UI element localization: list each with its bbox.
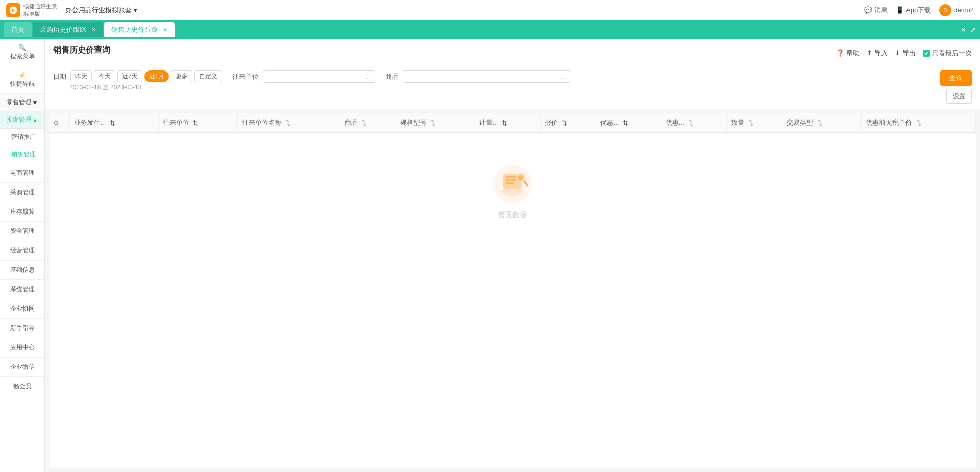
export-action[interactable]: ⬇ 导出	[895, 49, 916, 58]
sidebar-item-marketing[interactable]: 营销推广	[0, 129, 44, 146]
sales-tab-label: 销售历史价跟踪	[111, 25, 158, 34]
sidebar-item-inventory[interactable]: 库存核算	[0, 202, 44, 222]
user-avatar: D	[939, 4, 951, 16]
partner-input[interactable]	[267, 73, 364, 80]
inventory-label: 库存核算	[2, 207, 42, 216]
product-input[interactable]	[407, 73, 560, 80]
sidebar-item-wechat[interactable]: 企业微信	[0, 358, 44, 377]
product-dots[interactable]: ...	[560, 73, 567, 81]
sidebar-quicknav-label: 快捷导航	[2, 80, 42, 88]
settings-button[interactable]: 设置	[946, 89, 972, 104]
basic-label: 基础信息	[2, 266, 42, 274]
tab-bar-right: ✕ ⤢	[961, 26, 976, 34]
close-window-icon[interactable]: ✕	[961, 26, 966, 34]
app-download-nav[interactable]: 📱 App下载	[896, 6, 931, 15]
sidebar-item-search[interactable]: 🔍 搜索菜单	[0, 39, 44, 66]
company-selector[interactable]: 办公用品行业模拟账套 ▾	[61, 6, 141, 15]
table-col-product: 商品 ⇅	[340, 113, 396, 133]
sidebar-item-ecommerce[interactable]: 电商管理	[0, 163, 44, 183]
sidebar-item-system[interactable]: 系统管理	[0, 280, 44, 299]
partner-input-wrapper: ...	[263, 70, 375, 83]
query-actions: 查询 设置	[940, 70, 972, 104]
sidebar-item-business[interactable]: 经营管理	[0, 241, 44, 261]
date-btn-more[interactable]: 更多	[171, 70, 192, 82]
logo-area: 畅捷通好生意 标准版	[6, 3, 57, 17]
sidebar-item-retail[interactable]: 零售管理 ▼	[0, 94, 44, 111]
purchase-label: 采购管理	[2, 188, 42, 197]
date-filter-group: 日期 昨天 今天 近7天 近1月 更多 自定义 2023-02-18 至 202…	[53, 70, 222, 92]
empty-text: 暂无数据	[498, 210, 527, 220]
download-icon: 📱	[896, 6, 904, 14]
product-label: 商品	[385, 72, 399, 81]
help-action[interactable]: ❓ 帮助	[836, 49, 860, 58]
sales-mgmt-label: 销售管理	[4, 150, 42, 159]
sidebar-search-label: 搜索菜单	[2, 52, 42, 61]
wholesale-chevron: ▲	[32, 116, 38, 124]
partner-filter-group: 往来单位 ...	[232, 70, 375, 83]
table-col-pretax-price: 优惠前无税单价 ⇅	[861, 113, 975, 133]
sort-icon-pretax-price[interactable]: ⇅	[916, 119, 922, 127]
checkbox-checked-icon	[923, 50, 930, 57]
import-action[interactable]: ⬆ 导入	[867, 49, 888, 58]
ecommerce-label: 电商管理	[2, 169, 42, 177]
business-label: 经营管理	[2, 246, 42, 255]
date-btn-today[interactable]: 今天	[94, 70, 115, 82]
sort-icon-partner[interactable]: ⇅	[193, 119, 199, 127]
tab-purchase[interactable]: 采购历史价跟踪 ✕	[33, 22, 103, 37]
maximize-icon[interactable]: ⤢	[970, 26, 976, 34]
top-bar-left: 畅捷通好生意 标准版 办公用品行业模拟账套 ▾	[6, 3, 141, 17]
table-body: 暂无数据	[49, 133, 976, 251]
table-header: ⚙ 业务发生... ⇅ 往来单位 ⇅ 往来单位名称 ⇅	[49, 113, 976, 133]
sidebar-item-wholesale[interactable]: 批发管理 ▲	[0, 111, 44, 129]
sort-icon-spec[interactable]: ⇅	[430, 119, 436, 127]
page-title: 销售历史价查询	[53, 45, 110, 56]
date-btn-yesterday[interactable]: 昨天	[70, 70, 92, 82]
header-actions: ❓ 帮助 ⬆ 导入 ⬇ 导出 只看最后一次	[836, 49, 972, 58]
sidebar-item-quicknav[interactable]: ⚡ 快捷导航	[0, 66, 44, 94]
apps-label: 应用中心	[2, 343, 42, 352]
tab-home[interactable]: 首页	[4, 22, 32, 37]
query-button[interactable]: 查询	[940, 70, 972, 86]
sidebar-item-newbie[interactable]: 新手引导	[0, 319, 44, 338]
date-btn-custom[interactable]: 自定义	[194, 70, 222, 82]
sidebar-item-apps[interactable]: 应用中心	[0, 338, 44, 358]
sidebar-item-member[interactable]: 畅会员	[0, 377, 44, 396]
sidebar-item-finance[interactable]: 资金管理	[0, 222, 44, 241]
partner-dots[interactable]: ...	[365, 73, 371, 81]
filter-area: 日期 昨天 今天 近7天 近1月 更多 自定义 2023-02-18 至 202…	[45, 65, 980, 109]
sort-icon-date[interactable]: ⇅	[110, 119, 115, 127]
sort-icon-discount2[interactable]: ⇅	[688, 119, 694, 127]
help-icon: ❓	[836, 49, 844, 57]
sales-tab-close[interactable]: ✕	[163, 27, 167, 33]
table-col-qty: 数量 ⇅	[726, 113, 782, 133]
sort-icon-unit[interactable]: ⇅	[502, 119, 507, 127]
table-settings-icon[interactable]: ⚙	[53, 119, 59, 127]
sort-icon-partner-name[interactable]: ⇅	[285, 119, 291, 127]
data-table: ⚙ 业务发生... ⇅ 往来单位 ⇅ 往来单位名称 ⇅	[49, 113, 976, 250]
sidebar-item-purchase[interactable]: 采购管理	[0, 183, 44, 202]
wechat-label: 企业微信	[2, 363, 42, 371]
sidebar-item-basic[interactable]: 基础信息	[0, 261, 44, 280]
system-label: 系统管理	[2, 285, 42, 294]
tab-sales[interactable]: 销售历史价跟踪 ✕	[104, 22, 175, 37]
newbie-label: 新手引导	[2, 324, 42, 333]
only-last-checkbox[interactable]: 只看最后一次	[923, 49, 972, 58]
message-nav[interactable]: 💬 消息	[864, 6, 888, 15]
filter-line: 日期 昨天 今天 近7天 近1月 更多 自定义 2023-02-18 至 202…	[53, 70, 972, 104]
user-nav[interactable]: D demo2	[939, 4, 974, 16]
sidebar: 🔍 搜索菜单 ⚡ 快捷导航 零售管理 ▼ 批发管理 ▲ 营销推广 销售管理 电商…	[0, 39, 45, 472]
sort-icon-qty[interactable]: ⇅	[748, 119, 754, 127]
top-bar: 畅捷通好生意 标准版 办公用品行业模拟账套 ▾ 💬 消息 📱 App下载 D d…	[0, 0, 980, 20]
date-btn-7days[interactable]: 近7天	[117, 70, 142, 82]
date-btn-1month[interactable]: 近1月	[144, 70, 169, 82]
sort-icon-price[interactable]: ⇅	[561, 119, 567, 127]
sidebar-item-enterprise[interactable]: 企业协同	[0, 299, 44, 319]
marketing-label: 营销推广	[4, 133, 42, 141]
sidebar-item-sales-mgmt[interactable]: 销售管理	[0, 146, 44, 163]
sort-icon-product[interactable]: ⇅	[361, 119, 367, 127]
sort-icon-trade-type[interactable]: ⇅	[817, 119, 823, 127]
table-col-unit: 计量... ⇅	[475, 113, 540, 133]
table-col-partner: 往来单位 ⇅	[158, 113, 237, 133]
purchase-tab-close[interactable]: ✕	[91, 27, 96, 33]
sort-icon-discount1[interactable]: ⇅	[623, 119, 628, 127]
